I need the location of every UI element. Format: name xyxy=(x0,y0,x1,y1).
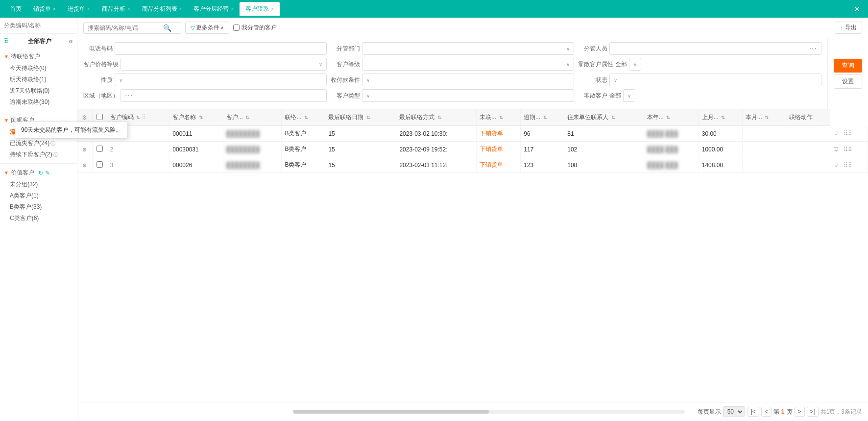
col-code-drag[interactable]: ⠿ xyxy=(142,114,146,121)
row-action-contact-icon[interactable]: 🗨 xyxy=(833,130,839,137)
page-last-button[interactable]: >| xyxy=(807,407,819,417)
search-input-wrap[interactable]: 🔍 xyxy=(83,22,181,34)
filter-label-zero-cust: 零散客户 xyxy=(578,92,607,100)
zero-cust-select[interactable]: ∨ xyxy=(623,89,635,102)
col-last-method-sort[interactable]: ⇅ xyxy=(437,115,441,120)
phone-input[interactable] xyxy=(119,45,322,52)
filter-search-icon[interactable]: 🔍 xyxy=(163,24,171,32)
sidebar-item-7days[interactable]: 近7天待联络(0) xyxy=(0,85,77,97)
sidebar-item-ungrp[interactable]: 未分组(32) xyxy=(0,179,77,190)
row-action-contact-icon[interactable]: 🗨 xyxy=(833,146,839,153)
tab-sales[interactable]: 销货单 × xyxy=(27,2,62,16)
window-close-button[interactable]: ✕ xyxy=(850,4,864,14)
select-all-checkbox[interactable] xyxy=(96,114,103,120)
row-action-more-icon[interactable]: ⠿⠿ xyxy=(844,146,852,153)
tab-analysis-list-close[interactable]: × xyxy=(179,6,182,12)
tab-customer-contact-close[interactable]: × xyxy=(271,6,274,12)
row-action[interactable]: 🗨 ⠿⠿ xyxy=(830,142,868,157)
filter-input-cust-level[interactable]: ∨ xyxy=(362,58,574,71)
col-last-date-sort[interactable]: ⇅ xyxy=(366,115,370,120)
page-next-button[interactable]: > xyxy=(795,407,805,417)
section-value-edit-icon[interactable]: ✎ xyxy=(45,170,50,176)
row-checkbox[interactable] xyxy=(96,146,103,152)
tab-purchase[interactable]: 进货单 × xyxy=(62,2,96,16)
col-this-year-sort[interactable]: ⇅ xyxy=(666,115,670,120)
tab-customer-layer-close[interactable]: × xyxy=(231,6,234,12)
search-input[interactable] xyxy=(88,25,161,31)
col-company-contact-sort[interactable]: ⇅ xyxy=(611,115,615,120)
my-customers-checkbox[interactable] xyxy=(233,25,240,31)
section-waiting-title[interactable]: ▼ 待联络客户 xyxy=(0,50,77,63)
row-action-more-icon[interactable]: ⠿⠿ xyxy=(844,130,852,137)
col-last-month-sort[interactable]: ⇅ xyxy=(721,115,725,120)
tab-customer-contact[interactable]: 客户联系 × xyxy=(240,2,280,16)
row-action[interactable]: 🗨 ⠿⠿ xyxy=(830,126,868,142)
filter-input-region[interactable]: ··· xyxy=(121,89,327,102)
col-overdue-sort[interactable]: ⇅ xyxy=(543,115,547,120)
export-button[interactable]: ↑ 导出 xyxy=(835,22,862,34)
row-last-method[interactable]: 下销货单 xyxy=(477,126,521,142)
declining-info-icon[interactable]: ⓘ xyxy=(53,151,58,158)
sidebar-item-today[interactable]: 今天待联络(0) xyxy=(0,63,77,74)
section-value-title[interactable]: ▼ 价值客户 ↻ ✎ xyxy=(0,167,77,179)
row-checkbox-cell[interactable] xyxy=(92,142,107,157)
page-first-button[interactable]: |< xyxy=(747,407,759,417)
tab-sales-close[interactable]: × xyxy=(53,6,56,12)
sidebar-item-tomorrow[interactable]: 明天待联络(1) xyxy=(0,74,77,85)
table-row: ⚙ 1 000011 ████████ B类客户 15 2023-03-02 1… xyxy=(77,126,868,142)
col-contact-count-sort[interactable]: ⇅ xyxy=(304,115,308,120)
filter-input-payment[interactable]: ∨ xyxy=(362,74,574,86)
col-un-contact-sort[interactable]: ⇅ xyxy=(499,115,503,120)
row-gear: ⚙ xyxy=(77,142,92,157)
sidebar-item-declining[interactable]: 持续下滑客户(2) ⓘ xyxy=(0,149,77,160)
col-this-month-sort[interactable]: ⇅ xyxy=(765,115,769,120)
filter-input-status[interactable]: ∨ xyxy=(609,74,821,86)
sidebar-item-c-class[interactable]: C类客户(6) xyxy=(0,213,77,224)
tab-analysis[interactable]: 商品分析 × xyxy=(96,2,136,16)
manager-dots[interactable]: ··· xyxy=(809,44,817,53)
filter-input-dept[interactable]: ∨ xyxy=(362,42,574,55)
row-checkbox[interactable] xyxy=(96,161,103,168)
tab-analysis-close[interactable]: × xyxy=(127,6,130,12)
row-action-contact-icon[interactable]: 🗨 xyxy=(833,162,839,169)
tab-purchase-close[interactable]: × xyxy=(87,6,90,12)
per-page-select[interactable]: 50 xyxy=(723,406,745,417)
page-prev-button[interactable]: < xyxy=(761,407,772,417)
zero-attr-select[interactable]: ∨ xyxy=(629,58,641,71)
query-button[interactable]: 查询 xyxy=(834,59,862,73)
my-customers-checkbox-wrap[interactable]: 我分管的客户 xyxy=(233,24,277,32)
row-checkbox-cell[interactable] xyxy=(92,157,107,173)
col-code-sort[interactable]: ⇅ xyxy=(136,115,140,120)
sidebar-item-churned[interactable]: 已流失客户(24) ⓘ xyxy=(0,138,77,149)
tab-home-label: 首页 xyxy=(10,5,22,13)
col-last-month-label: 上月... xyxy=(702,114,719,121)
row-action-more-icon[interactable]: ⠿⠿ xyxy=(844,162,852,169)
sidebar-search-input[interactable] xyxy=(4,22,77,29)
horizontal-scrollbar[interactable] xyxy=(293,410,685,414)
filter-input-price-level[interactable]: ∨ xyxy=(121,58,327,71)
sidebar-item-b-class[interactable]: B类客户(33) xyxy=(0,201,77,213)
all-customers-header[interactable]: ⠿ 全部客户 « xyxy=(0,34,77,49)
tab-customer-layer[interactable]: 客户分层经营 × xyxy=(188,2,240,16)
churned-info-icon[interactable]: ⓘ xyxy=(50,140,55,147)
sidebar-item-overdue-contact[interactable]: 逾期未联络(30) xyxy=(0,97,77,108)
tab-analysis-list[interactable]: 商品分析列表 × xyxy=(136,2,188,16)
row-last-method[interactable]: 下销货单 xyxy=(477,157,521,173)
filter-input-manager[interactable]: ··· xyxy=(609,42,821,55)
tab-home[interactable]: 首页 xyxy=(4,2,27,16)
col-type-sort[interactable]: ⇅ xyxy=(245,115,249,120)
row-last-method[interactable]: 下销货单 xyxy=(477,142,521,157)
sidebar-item-a-class[interactable]: A类客户(1) xyxy=(0,190,77,201)
filter-input-nature[interactable]: ∨ xyxy=(115,74,327,86)
more-conditions-button[interactable]: ▽ 更多条件 ∧ xyxy=(185,22,229,34)
settings-button[interactable]: 设置 xyxy=(834,74,862,89)
collapse-icon[interactable]: « xyxy=(69,37,73,46)
col-name-sort[interactable]: ⇅ xyxy=(199,115,203,120)
sidebar-item-today-label: 今天待联络(0) xyxy=(10,64,47,73)
row-action[interactable]: 🗨 ⠿⠿ xyxy=(830,157,868,173)
region-dots[interactable]: ··· xyxy=(125,91,133,100)
filter-input-cust-type[interactable]: ∨ xyxy=(362,89,574,102)
section-value-refresh-icon[interactable]: ↻ xyxy=(38,170,43,176)
filter-input-phone[interactable] xyxy=(115,42,327,55)
filter-cell-zero-cust: 零散客户 全部 ∨ xyxy=(578,89,821,102)
